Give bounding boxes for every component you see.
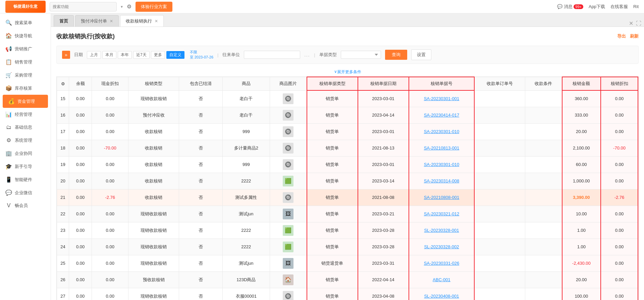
user-name[interactable]: Rit [633,4,639,9]
sidebar-item-guide[interactable]: 🎓 新手引导 [0,160,51,173]
th-nuke-type: 核销类型 [128,77,179,90]
cell-nuke-bill-no[interactable]: SL-20230328-002 [409,239,475,255]
cell-nuke-bill-no[interactable]: SL-20230328-001 [409,222,475,239]
tab-receipt-close-icon[interactable]: ✕ [155,19,158,24]
goods-image-icon: 🔘 [283,291,293,300]
tab-prepay-close-icon[interactable]: ✕ [110,19,113,24]
date-custom-btn[interactable]: 自定义 [166,51,184,59]
cell-included-cleared: 否 [179,255,222,271]
cell-receipt-condition [525,123,562,140]
goods-image-icon: 🟩 [283,242,293,252]
sidebar-item-search[interactable]: 🔍 搜索菜单 [0,16,51,29]
sidebar-item-member[interactable]: V 畅会员 [0,199,51,212]
query-btn[interactable]: 查询 [385,50,407,60]
tab-receipt[interactable]: 收款核销执行 ✕ [120,15,164,27]
sidebar-item-inventory[interactable]: 📦 库存核算 [0,82,51,95]
sidebar-item-wechat[interactable]: 💬 企业微信 [0,186,51,199]
cell-receipt-order-no [474,288,525,300]
cell-goods: 2222 [222,173,270,189]
sidebar-item-enterprise[interactable]: 🏢 企业协同 [0,147,51,160]
cell-receipt-order-no [474,222,525,239]
sidebar-item-quicknav[interactable]: 🏠 快捷导航 [0,29,51,42]
sidebar-item-operations[interactable]: 📊 经营管理 [0,108,51,121]
th-gear[interactable]: ⚙ [57,77,69,90]
cell-goods: 老白干 [222,107,270,123]
tab-close-all-icon[interactable]: ✕ [629,20,633,27]
cell-nuke-bill-date: 2021-08-08 [358,189,409,206]
refresh-btn[interactable]: 刷新 [630,33,639,39]
search-input[interactable] [50,2,117,11]
sidebar-item-sales[interactable]: 📋 销售管理 [0,55,51,69]
table-row: 250.000.00现销收款核销否测试jun🖼销货退货单2023-03-31SA… [57,255,638,271]
sidebar-item-purchase[interactable]: 🛒 采购管理 [0,69,51,82]
industry-btn[interactable]: 体验行业方案 [136,2,172,12]
cell-goods: 测试jun [222,206,270,222]
cell-cash-discount: 0.00 [92,271,128,288]
main-layout: 🔍 搜索菜单 🏠 快捷导航 📢 营销推广 📋 销售管理 🛒 采购管理 📦 库存核… [0,13,644,300]
dropdown-chevron-icon[interactable]: ▾ [121,4,123,9]
tab-prepay[interactable]: 预付冲应付单 ✕ [75,15,119,27]
cell-goods-img: 🟩 [270,173,307,189]
cell-goods-img: 🏠 [270,271,307,288]
cell-nuke-bill-no[interactable]: SA-20230321-012 [409,206,475,222]
goods-image-icon: 🔘 [283,159,293,170]
sidebar-label: 销售管理 [15,59,32,65]
cell-goods: 测试多属性 [222,189,270,206]
date-this-month-btn[interactable]: 本月 [102,51,116,59]
cell-goods-img: 🔘 [270,90,307,107]
cell-nuke-bill-no[interactable]: SA-20230314-008 [409,173,475,189]
date-this-year-btn[interactable]: 本年 [118,51,132,59]
export-btn[interactable]: 导出 [617,33,626,39]
sidebar-item-hardware[interactable]: 📱 智能硬件 [0,173,51,186]
app-download-link[interactable]: App下载 [589,4,605,10]
cell-nuke-discount: 0.00 [601,222,638,239]
cell-cash-discount: 0.00 [92,90,128,107]
cell-nuke-bill-type: 销货单 [307,173,358,189]
cell-included-cleared: 否 [179,288,222,300]
cell-nuke-bill-date: 2023-03-01 [358,123,409,140]
cell-seq: 22 [57,206,69,222]
cell-nuke-bill-type: 销货单 [307,206,358,222]
tab-expand-icon[interactable]: ⛶ [636,20,641,27]
sidebar-item-system[interactable]: ⚙ 系统管理 [0,134,51,147]
cell-nuke-bill-no[interactable]: SA-20210808-001 [409,189,475,206]
message-area[interactable]: 💬 消息 99+ [557,4,583,10]
sidebar-item-basic[interactable]: 🗂 基础信息 [0,121,51,134]
cell-receipt-condition [525,107,562,123]
cell-goods: 老白干 [222,90,270,107]
table-row: 230.000.00现销收款核销否2222🟩销货单2023-03-28SL-20… [57,222,638,239]
sidebar-item-marketing[interactable]: 📢 营销推广 [0,42,51,55]
filter-bar: » 日期 上月 本月 本年 近7天 更多 自定义 不限 不限 至 2023-07… [56,46,639,64]
goods-image-icon: 🔘 [283,192,293,203]
cell-nuke-bill-no[interactable]: SA-20210813-001 [409,140,475,156]
cell-nuke-bill-no[interactable]: SA-20230414-017 [409,107,475,123]
sidebar-item-finance[interactable]: 💰 资金管理 [3,95,48,108]
date-more-btn[interactable]: 更多 [151,51,165,59]
tab-home[interactable]: 首页 [54,15,74,27]
cell-nuke-bill-no[interactable]: SA-20230301-010 [409,123,475,140]
cell-receipt-order-no [474,206,525,222]
cell-receipt-order-no [474,90,525,107]
separator-1: | [217,52,218,57]
settings-btn[interactable]: 设置 [411,49,431,60]
expand-more-btn[interactable]: ∨ 展开更多条件 [56,68,639,76]
partner-input[interactable] [244,51,300,59]
cell-receipt-order-no [474,239,525,255]
filter-expand-btn[interactable]: » [62,51,70,59]
th-balance: 余额 [69,77,92,90]
cell-receipt-condition [525,189,562,206]
cell-nuke-bill-no[interactable]: SA-20230331-026 [409,255,475,271]
cell-nuke-bill-no[interactable]: SL-20230408-001 [409,288,475,300]
cell-nuke-bill-no[interactable]: SA-20230301-010 [409,156,475,173]
online-service-link[interactable]: 在线客服 [610,4,628,10]
cell-nuke-bill-date: 2023-04-08 [358,288,409,300]
cell-nuke-bill-no[interactable]: ABC-001 [409,271,475,288]
cell-nuke-bill-no[interactable]: SA-20230301-001 [409,90,475,107]
table-row: 150.000.00现销收款核销否老白干🔘销货单2023-03-01SA-202… [57,90,638,107]
member-icon: V [5,203,12,209]
settings-gear-icon[interactable]: ⚙ [127,3,131,10]
date-7days-btn[interactable]: 近7天 [133,51,150,59]
bill-type-select[interactable] [341,51,381,59]
date-last-month-btn[interactable]: 上月 [87,51,101,59]
cell-included-cleared: 否 [179,189,222,206]
